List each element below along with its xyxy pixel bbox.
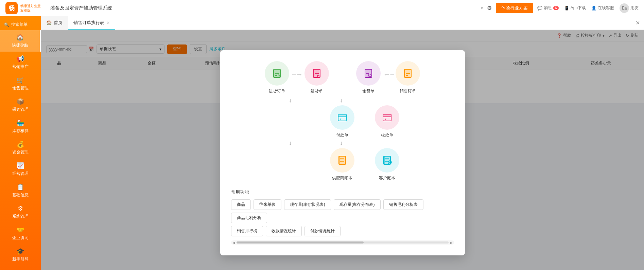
flow-item-gys-book[interactable]: 供应商账本	[330, 148, 354, 181]
message-btn[interactable]: 💬 消息 6	[537, 5, 559, 11]
online-service-label: 在线客服	[598, 5, 614, 11]
main-layout: 🔍 搜索菜单 🏠 快捷导航 📢 营销推广 🛒 销售管理 📦 采购管理 🏪	[0, 16, 644, 270]
func-btn-sales-rank[interactable]: 销售排行榜	[231, 226, 263, 236]
sidebar-item-basic[interactable]: 📋 基础信息	[0, 180, 41, 201]
sidebar-item-finance[interactable]: 💰 资金管理	[0, 137, 41, 159]
jin-order-icon	[265, 61, 289, 86]
func-btn-stock-dist[interactable]: 现存量(库存分布表)	[334, 199, 381, 210]
dropdown-icon[interactable]: ▾	[481, 6, 483, 11]
business-icon: 📈	[17, 162, 24, 169]
flow-item-xiao-dan[interactable]: 销货单	[356, 61, 381, 94]
logo-area: 畅 畅康通好生意 标准版	[5, 2, 46, 14]
flow-item-jin-order[interactable]: 进货订单	[265, 61, 289, 94]
online-service-btn[interactable]: 👤 在线客服	[591, 5, 614, 11]
kh-book-label: 客户账本	[379, 175, 395, 181]
flow-item-shou-dan[interactable]: ¥ 收款单	[375, 105, 399, 138]
arrow-down-xiao-dan: ↓	[326, 97, 357, 104]
jin-order-label: 进货订单	[269, 88, 285, 94]
user-name: 用友	[630, 5, 639, 11]
collab-icon: 🤝	[17, 226, 24, 234]
down-arrow-4: ↓	[340, 140, 343, 146]
page-content: ❓ 帮助 🖨 按模板打印 ▾ ↗ 导出 ↻ 刷新	[41, 30, 644, 270]
finance-icon: 💰	[17, 141, 24, 148]
service-icon: 👤	[591, 6, 596, 11]
arrow-jin-to-jin-dan: - - →	[292, 70, 302, 79]
experience-btn[interactable]: 体验行业方案	[496, 3, 533, 13]
func-btn-payment-stats[interactable]: 付款情况统计	[304, 226, 341, 236]
xiao-dan-icon	[356, 61, 381, 86]
tab-home[interactable]: 🏠 首页	[41, 16, 68, 30]
user-menu[interactable]: Ea 用友	[620, 3, 639, 13]
spacer2	[262, 97, 275, 104]
sidebar-item-business[interactable]: 📈 经营管理	[0, 159, 41, 180]
func-btn-stock-status[interactable]: 现存量(库存状况表)	[284, 199, 331, 210]
arrow-down-jin-dan: ↓	[275, 97, 306, 104]
sidebar-item-label: 基础信息	[12, 192, 29, 198]
logo-text: 畅康通好生意 标准版	[20, 4, 41, 13]
tab-close-icon[interactable]: ✕	[106, 20, 110, 25]
flow-item-xiao-order[interactable]: 销售订单	[396, 61, 420, 94]
scroll-left-icon[interactable]: ◀	[231, 241, 237, 245]
scroll-right-icon[interactable]: ▶	[449, 241, 454, 245]
tab-home-label: 首页	[54, 20, 63, 26]
down-arrow-2: ↓	[340, 97, 343, 104]
sidebar-item-label: 企业协同	[12, 235, 29, 241]
sidebar-item-quick-nav[interactable]: 🏠 快捷导航	[0, 30, 41, 52]
sidebar-item-label: 资金管理	[12, 149, 29, 155]
sidebar-item-label: 销售管理	[12, 85, 29, 91]
close-all-icon[interactable]: ✕	[636, 20, 640, 26]
flow-row-1: 进货订单 - - →	[265, 61, 420, 94]
modal-scrollbar: ◀ ▶	[231, 240, 454, 245]
sidebar-search[interactable]: 🔍 搜索菜单	[0, 19, 41, 30]
tab-sales-order-exec[interactable]: 销售订单执行表 ✕	[68, 16, 115, 30]
logo-icon: 畅	[5, 2, 18, 14]
quick-nav-icon: 🏠	[16, 34, 24, 41]
func-btn-partner[interactable]: 往来单位	[254, 199, 281, 210]
settings-icon[interactable]: ⚙	[487, 5, 492, 11]
function-buttons-row2: 销售排行榜 收款情况统计 付款情况统计	[231, 226, 454, 236]
sp3	[306, 140, 326, 147]
sidebar-item-sales[interactable]: 🛒 销售管理	[0, 73, 41, 94]
fu-dan-icon: ¥	[330, 105, 354, 130]
func-btn-product[interactable]: 商品	[231, 199, 251, 210]
app-download-btn[interactable]: 📱 App下载	[564, 5, 586, 11]
download-icon: 📱	[564, 6, 569, 11]
fu-dan-label: 付款单	[336, 132, 348, 138]
dashed-left-icon: ← - -	[383, 70, 393, 79]
func-btn-receipt-stats[interactable]: 收款情况统计	[266, 226, 302, 236]
basic-icon: 📋	[17, 183, 24, 191]
sidebar-item-inventory[interactable]: 🏪 库存核算	[0, 116, 41, 137]
flow-item-jin-dan[interactable]: 进货单	[304, 61, 329, 94]
purchase-icon: 📦	[17, 98, 24, 105]
home-icon: 🏠	[46, 20, 52, 25]
sidebar-item-guide[interactable]: 🎓 新手引导	[0, 244, 41, 266]
sidebar-item-marketing[interactable]: 📢 营销推广	[0, 52, 41, 73]
svg-text:¥: ¥	[384, 118, 386, 121]
flow-item-kh-book[interactable]: 客户账本	[375, 148, 399, 181]
arrow-down-shou-dan: ↓	[326, 140, 357, 147]
flow-row-2: ↓ ↓	[231, 97, 454, 104]
app-download-label: App下载	[571, 5, 586, 11]
spacer3	[306, 97, 326, 104]
flow-item-fu-dan[interactable]: ¥ 付款单	[330, 105, 354, 138]
sidebar-item-purchase[interactable]: 📦 采购管理	[0, 94, 41, 116]
scrollbar-track[interactable]	[237, 241, 449, 244]
flow-diagram: 进货订单 - - →	[231, 61, 454, 181]
flow-row-4: ↓ ↓	[231, 140, 454, 147]
xiao-order-icon	[396, 61, 420, 86]
modal-overlay[interactable]: 进货订单 - - →	[41, 30, 644, 270]
sidebar-item-collab[interactable]: 🤝 企业协同	[0, 223, 41, 244]
flow-row-3: ¥ 付款单	[286, 105, 399, 138]
shou-dan-label: 收款单	[381, 132, 393, 138]
xiao-order-label: 销售订单	[400, 88, 416, 94]
func-btn-sales-profit[interactable]: 销售毛利分析表	[383, 199, 423, 210]
scrollbar-thumb[interactable]	[237, 241, 364, 244]
gys-book-icon	[330, 148, 354, 173]
jin-dan-label: 进货单	[311, 88, 323, 94]
func-btn-product-profit[interactable]: 商品毛利分析	[231, 213, 267, 223]
sidebar-item-system[interactable]: ⚙ 系统管理	[0, 201, 41, 223]
search-label: 搜索菜单	[11, 22, 28, 28]
xiao-dan-label: 销货单	[362, 88, 375, 94]
shou-dan-icon: ¥	[375, 105, 399, 130]
avatar: Ea	[620, 3, 629, 13]
